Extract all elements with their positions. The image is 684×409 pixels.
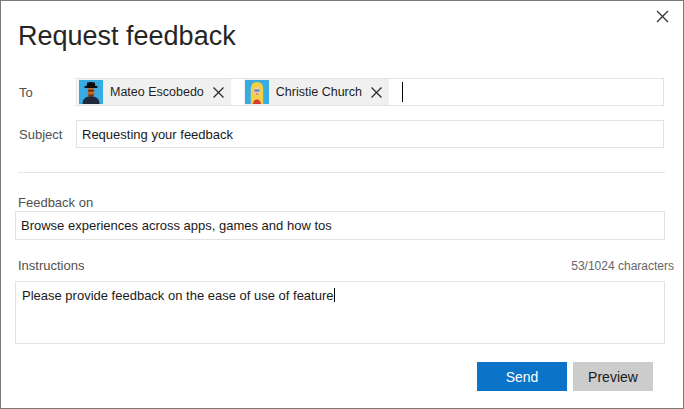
feedback-on-value: Browse experiences across apps, games an… <box>21 218 332 233</box>
recipient-chip[interactable]: Christie Church <box>244 79 389 105</box>
feedback-on-input[interactable]: Browse experiences across apps, games an… <box>15 211 665 240</box>
subject-value: Requesting your feedback <box>82 127 233 142</box>
recipient-name: Mateo Escobedo <box>110 85 204 99</box>
close-icon <box>656 10 669 23</box>
character-counter: 53/1024 characters <box>571 259 674 273</box>
avatar-christie <box>245 80 269 104</box>
instructions-label: Instructions <box>18 258 84 273</box>
feedback-on-label: Feedback on <box>18 195 93 210</box>
send-button[interactable]: Send <box>477 362 567 391</box>
avatar-mateo <box>79 80 103 104</box>
instructions-value: Please provide feedback on the ease of u… <box>22 288 334 303</box>
to-field[interactable]: Mateo Escobedo Christie Church <box>76 78 664 106</box>
recipient-chip[interactable]: Mateo Escobedo <box>78 79 231 105</box>
remove-recipient-button[interactable] <box>371 87 382 98</box>
close-button[interactable] <box>654 8 670 24</box>
subject-label: Subject <box>19 127 62 142</box>
text-caret <box>402 82 403 102</box>
request-feedback-dialog: Request feedback To Mateo Escobedo <box>0 0 684 409</box>
subject-input[interactable]: Requesting your feedback <box>76 120 664 148</box>
remove-recipient-button[interactable] <box>213 87 224 98</box>
dialog-title: Request feedback <box>18 21 236 52</box>
remove-recipient-icon <box>213 87 224 98</box>
section-divider <box>18 172 665 173</box>
text-caret <box>334 288 335 302</box>
instructions-textarea[interactable]: Please provide feedback on the ease of u… <box>15 281 665 344</box>
recipient-name: Christie Church <box>276 85 362 99</box>
remove-recipient-icon <box>371 87 382 98</box>
preview-button[interactable]: Preview <box>573 362 653 391</box>
to-label: To <box>19 85 33 100</box>
